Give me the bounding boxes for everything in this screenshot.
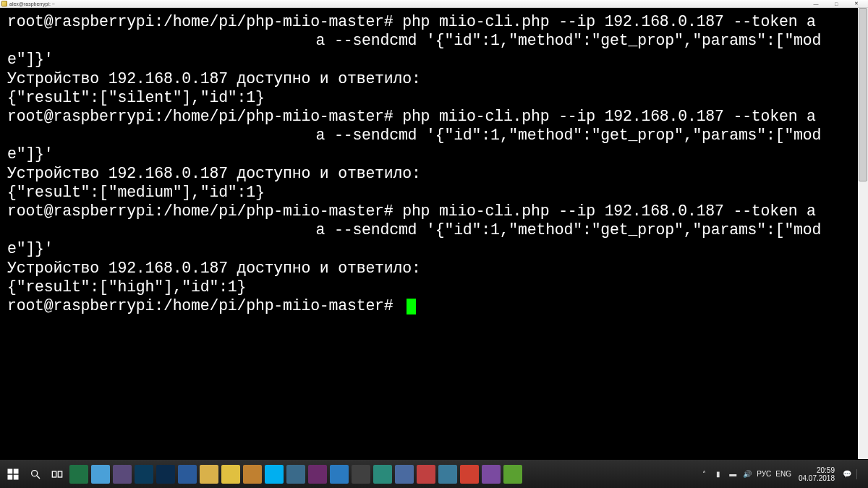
- window-title: alex@raspberrypi: ~: [9, 1, 806, 7]
- scrollbar[interactable]: [858, 8, 868, 459]
- terminal-line: {"result":["silent"],"id":1}: [7, 89, 265, 106]
- media-player-icon[interactable]: [308, 465, 327, 484]
- tray-volume-icon[interactable]: 🔊: [742, 469, 752, 479]
- lightroom-icon[interactable]: [135, 465, 153, 484]
- app-icon-6[interactable]: [417, 465, 435, 484]
- tray-chevron-icon[interactable]: ˄: [699, 469, 709, 479]
- language-indicator[interactable]: РУС: [757, 470, 771, 478]
- app-icon-3[interactable]: [352, 465, 370, 484]
- terminal-line: Устройство 192.168.0.187 доступно и отве…: [7, 260, 421, 277]
- tray-network-icon[interactable]: ▬: [728, 469, 738, 479]
- viber-icon[interactable]: [482, 465, 501, 484]
- minimize-button[interactable]: —: [806, 0, 826, 7]
- file-explorer-icon[interactable]: [200, 465, 218, 484]
- svg-line-5: [37, 476, 40, 479]
- ie-icon[interactable]: [330, 465, 349, 484]
- maximize-button[interactable]: □: [826, 0, 846, 7]
- word-icon[interactable]: [178, 465, 197, 484]
- terminal-window: root@raspberrypi:/home/pi/php-miio-maste…: [0, 8, 868, 459]
- svg-rect-1: [14, 468, 19, 474]
- photoshop-icon[interactable]: [156, 465, 175, 484]
- putty-icon[interactable]: [286, 465, 305, 484]
- clock[interactable]: 20:59 04.07.2018: [796, 466, 838, 482]
- show-desktop[interactable]: [856, 469, 861, 479]
- svg-rect-6: [52, 471, 56, 477]
- app-icon-4[interactable]: [373, 465, 392, 484]
- window-titlebar: alex@raspberrypi: ~ — □ ✕: [0, 0, 868, 8]
- terminal-line: root@raspberrypi:/home/pi/php-miio-maste…: [7, 13, 850, 68]
- search-icon[interactable]: [26, 465, 45, 484]
- system-tray: ˄ ▮ ▬ 🔊 РУС ENG 20:59 04.07.2018 💬: [699, 466, 865, 482]
- notification-icon[interactable]: 💬: [842, 469, 852, 479]
- app-icon-5[interactable]: [395, 465, 414, 484]
- terminal-line: Устройство 192.168.0.187 доступно и отве…: [7, 165, 421, 182]
- terminal-line: root@raspberrypi:/home/pi/php-miio-maste…: [7, 108, 850, 163]
- task-view-icon[interactable]: [48, 465, 67, 484]
- terminal-cursor: [407, 299, 416, 314]
- tray-battery-icon[interactable]: ▮: [713, 469, 723, 479]
- sticky-notes-icon[interactable]: [221, 465, 240, 484]
- terminal-line: {"result":["high"],"id":1}: [7, 278, 246, 296]
- chrome-icon[interactable]: [460, 465, 479, 484]
- svg-rect-2: [8, 474, 13, 479]
- svg-rect-0: [8, 468, 13, 474]
- putty-icon: [1, 1, 7, 7]
- start-button[interactable]: [3, 465, 23, 484]
- svg-rect-7: [58, 471, 61, 477]
- svg-rect-3: [14, 474, 19, 479]
- terminal-line: root@raspberrypi:/home/pi/php-miio-maste…: [7, 297, 402, 314]
- app-icon-7[interactable]: [438, 465, 457, 484]
- taskbar: ˄ ▮ ▬ 🔊 РУС ENG 20:59 04.07.2018 💬: [0, 459, 868, 488]
- terminal-line: {"result":["medium"],"id":1}: [7, 184, 265, 201]
- close-button[interactable]: ✕: [846, 0, 867, 7]
- terminal-line: root@raspberrypi:/home/pi/php-miio-maste…: [7, 202, 850, 257]
- app-icon-2[interactable]: [243, 465, 262, 484]
- excel-icon[interactable]: [69, 465, 88, 484]
- utorrent-icon[interactable]: [503, 465, 522, 484]
- scrollbar-thumb[interactable]: [859, 8, 867, 181]
- app-icon-1[interactable]: [113, 465, 132, 484]
- notepad-icon[interactable]: [91, 465, 110, 484]
- terminal-line: Устройство 192.168.0.187 доступно и отве…: [7, 70, 421, 87]
- svg-point-4: [32, 470, 38, 476]
- skype-icon[interactable]: [265, 465, 284, 484]
- language-indicator-2[interactable]: ENG: [775, 470, 791, 478]
- terminal-output[interactable]: root@raspberrypi:/home/pi/php-miio-maste…: [0, 8, 858, 459]
